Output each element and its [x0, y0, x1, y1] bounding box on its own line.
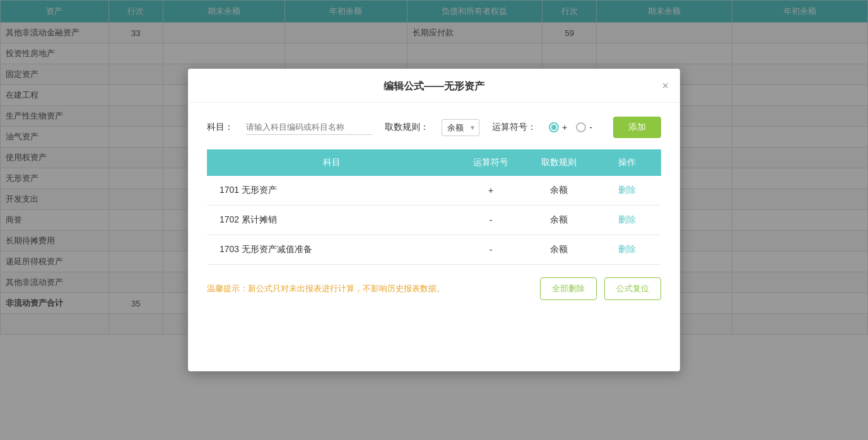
modal-footer: 温馨提示：新公式只对未出报表进行计算，不影响历史报表数据。 全部删除 公式复位: [188, 265, 680, 306]
reset-formula-button[interactable]: 公式复位: [604, 277, 661, 300]
formula-cell-rule: 余额: [525, 176, 593, 206]
rule-select-wrap: 余额 借方 贷方 ▼: [442, 119, 479, 136]
delete-all-button[interactable]: 全部删除: [540, 277, 597, 300]
delete-row-link[interactable]: 删除: [618, 244, 636, 254]
operator-minus-label: -: [589, 122, 592, 132]
modal-title: 编辑公式——无形资产: [384, 80, 484, 93]
col-operator-header: 运算符号: [457, 149, 525, 176]
col-action-header: 操作: [593, 149, 661, 176]
formula-row: 1701 无形资产 + 余额 删除: [207, 176, 661, 206]
formula-row: 1703 无形资产减值准备 - 余额 删除: [207, 235, 661, 265]
operator-plus-label: +: [562, 122, 567, 132]
formula-cell-rule: 余额: [525, 206, 593, 235]
formula-cell-operator: -: [457, 235, 525, 265]
operator-radio-group: + -: [549, 122, 592, 132]
subject-input[interactable]: [246, 120, 372, 135]
formula-row: 1702 累计摊销 - 余额 删除: [207, 206, 661, 235]
formula-table-wrap: 科目 运算符号 取数规则 操作 1701 无形资产 + 余额 删除 1702 累…: [188, 149, 680, 265]
formula-table-header-row: 科目 运算符号 取数规则 操作: [207, 149, 661, 176]
formula-form-row: 科目： 取数规则： 余额 借方 贷方 ▼ 运算符号： + -: [188, 103, 680, 149]
formula-cell-action: 删除: [593, 206, 661, 235]
operator-minus-option[interactable]: -: [576, 122, 592, 132]
add-button[interactable]: 添加: [613, 117, 661, 138]
formula-table: 科目 运算符号 取数规则 操作 1701 无形资产 + 余额 删除 1702 累…: [207, 149, 661, 265]
modal-dialog: 编辑公式——无形资产 × 科目： 取数规则： 余额 借方 贷方 ▼ 运算符号： …: [188, 69, 680, 371]
col-rule-header: 取数规则: [525, 149, 593, 176]
formula-cell-subject: 1701 无形资产: [207, 176, 457, 206]
close-icon[interactable]: ×: [662, 80, 669, 91]
formula-cell-subject: 1702 累计摊销: [207, 206, 457, 235]
rule-label: 取数规则：: [385, 122, 429, 133]
radio-minus-icon: [576, 122, 586, 132]
rule-select[interactable]: 余额 借方 贷方: [442, 119, 479, 136]
operator-label: 运算符号：: [492, 122, 536, 133]
radio-plus-icon: [549, 122, 559, 132]
formula-cell-rule: 余额: [525, 235, 593, 265]
formula-cell-action: 删除: [593, 176, 661, 206]
delete-row-link[interactable]: 删除: [618, 185, 636, 195]
delete-row-link[interactable]: 删除: [618, 214, 636, 224]
col-subject-header: 科目: [207, 149, 457, 176]
operator-plus-option[interactable]: +: [549, 122, 567, 132]
formula-cell-subject: 1703 无形资产减值准备: [207, 235, 457, 265]
modal-header: 编辑公式——无形资产 ×: [188, 69, 680, 103]
formula-cell-operator: -: [457, 206, 525, 235]
formula-cell-operator: +: [457, 176, 525, 206]
formula-cell-action: 删除: [593, 235, 661, 265]
footer-buttons: 全部删除 公式复位: [540, 277, 661, 300]
modal-overlay: 编辑公式——无形资产 × 科目： 取数规则： 余额 借方 贷方 ▼ 运算符号： …: [0, 0, 868, 440]
subject-label: 科目：: [207, 122, 233, 133]
tip-text: 温馨提示：新公式只对未出报表进行计算，不影响历史报表数据。: [207, 283, 445, 294]
